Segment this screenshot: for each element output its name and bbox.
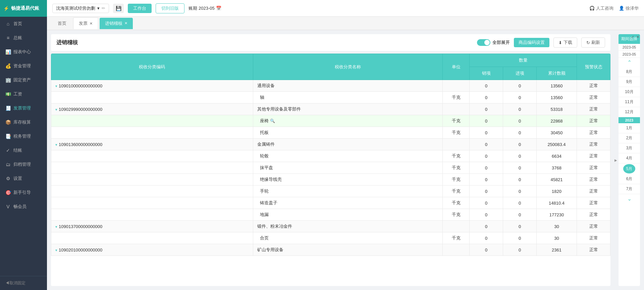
period-1[interactable]: 1月 xyxy=(619,123,640,133)
home-icon: ⌂ xyxy=(5,21,11,26)
tax-code-cell: ▾109013600000000000 xyxy=(51,139,253,150)
period-7[interactable]: 7月 xyxy=(619,184,640,194)
sidebar-item-inventory[interactable]: 📦 库存核算 xyxy=(0,115,47,129)
period-11[interactable]: 11月 xyxy=(619,97,640,107)
table-row: ▾109020100000000000 矿山专用设备 0 0 2361 正常 xyxy=(51,244,610,256)
tab-home[interactable]: 首页 xyxy=(52,18,72,29)
period-12[interactable]: 12月 xyxy=(619,107,640,117)
period-10[interactable]: 10月 xyxy=(619,87,640,97)
sidebar-item-settings[interactable]: ⚙ 设置 xyxy=(0,171,47,186)
period-down-nav[interactable]: ⌄ xyxy=(619,194,640,203)
refresh-label: 刷新 xyxy=(591,40,600,46)
period-2023-05-second[interactable]: 2023-05 xyxy=(619,51,640,58)
user-menu[interactable]: 👤 徐泽华 xyxy=(619,5,639,11)
download-button[interactable]: ⬇ 下载 xyxy=(553,38,577,48)
total-cell: 250083.4 xyxy=(537,139,577,150)
tab-reconciliation-close[interactable]: ✕ xyxy=(124,21,127,25)
expand-icon[interactable]: ▾ xyxy=(55,143,57,147)
support-button[interactable]: 🎧 人工咨询 xyxy=(589,5,613,11)
user-icon: 👤 xyxy=(619,6,624,11)
unpin-button[interactable]: ◀取消固定 xyxy=(0,276,47,290)
sidebar-label-assets: 固定资产 xyxy=(13,77,31,83)
purchase-cell: 0 xyxy=(503,162,537,174)
period-6[interactable]: 6月 xyxy=(619,174,640,184)
unit-cell xyxy=(443,244,470,256)
unit-cell: 千克 xyxy=(443,232,470,244)
sidebar-item-member[interactable]: V 畅会员 xyxy=(0,200,47,214)
sidebar-item-reports[interactable]: 📊 报表中心 xyxy=(0,45,47,59)
save-icon[interactable]: 💾 xyxy=(113,4,124,13)
total-cell: 30450 xyxy=(537,127,577,139)
warning-cell: 正常 xyxy=(577,244,610,256)
table-row: ▾109013600000000000 金属铸件 0 0 250083.4 正常 xyxy=(51,139,610,150)
sale-cell: 0 xyxy=(470,221,503,232)
purchase-cell: 0 xyxy=(503,103,537,115)
sidebar-label-settings: 设置 xyxy=(13,175,22,182)
table-row: 托板 千克 0 0 30450 正常 xyxy=(51,127,610,139)
workbench-button[interactable]: 工作台 xyxy=(128,4,152,13)
sidebar-item-ledger[interactable]: ≡ 总账 xyxy=(0,31,47,45)
period-3[interactable]: 3月 xyxy=(619,143,640,153)
panel-collapse-btn[interactable]: ▶ xyxy=(613,34,619,286)
tab-invoice-close[interactable]: ✕ xyxy=(90,21,93,26)
total-cell: 30 xyxy=(537,232,577,244)
tax-name-cell: 铸造盖子 xyxy=(253,197,442,209)
sidebar-label-archive: 归档管理 xyxy=(13,161,31,167)
tax-code-cell xyxy=(51,209,253,221)
tax-code-cell xyxy=(51,127,253,139)
title-bar: 进销稽核 全部展开 商品编码设置 ⬇ 下载 ↻ 刷新 xyxy=(51,34,610,51)
refresh-button[interactable]: ↻ 刷新 xyxy=(581,38,605,48)
calendar-icon[interactable]: 📅 xyxy=(216,6,221,11)
tax-code-cell: ▾109013700000000000 xyxy=(51,221,253,232)
unit-cell xyxy=(443,80,470,92)
unit-cell: 千克 xyxy=(443,127,470,139)
sidebar-item-close-accounts[interactable]: ✓ 结账 xyxy=(0,143,47,157)
period-5-active[interactable]: 5月 xyxy=(623,164,635,173)
title-actions: 全部展开 商品编码设置 ⬇ 下载 ↻ 刷新 xyxy=(477,38,605,48)
sidebar-item-home[interactable]: ⌂ 首页 xyxy=(0,17,47,31)
purchase-cell: 0 xyxy=(503,150,537,162)
sidebar-item-guide[interactable]: 🎯 新手引导 xyxy=(0,186,47,200)
sidebar-item-assets[interactable]: 🏢 固定资产 xyxy=(0,73,47,87)
edit-icon: ✏ xyxy=(102,6,105,11)
tab-reconciliation[interactable]: 进销稽核 ✕ xyxy=(100,18,133,29)
sidebar-label-reports: 报表中心 xyxy=(13,49,31,55)
period-4[interactable]: 4月 xyxy=(619,153,640,163)
sidebar-item-funds[interactable]: 💰 资金管理 xyxy=(0,59,47,73)
unit-cell: 千克 xyxy=(443,209,470,221)
period-8[interactable]: 8月 xyxy=(619,67,640,77)
expand-icon[interactable]: ▾ xyxy=(55,248,57,252)
period-9[interactable]: 9月 xyxy=(619,77,640,87)
expand-icon[interactable]: ▾ xyxy=(55,225,57,229)
period-label: 账期 xyxy=(189,5,197,11)
warning-cell: 正常 xyxy=(577,221,610,232)
expand-toggle[interactable]: 全部展开 xyxy=(477,39,510,46)
period-2[interactable]: 2月 xyxy=(619,133,640,143)
toggle-switch-control[interactable] xyxy=(477,39,490,46)
period-2023-05-top[interactable]: 2023-05 xyxy=(619,44,640,51)
unit-cell: 千克 xyxy=(443,92,470,103)
total-cell: 45821 xyxy=(537,174,577,186)
headset-icon: 🎧 xyxy=(589,6,595,11)
tab-invoice[interactable]: 发票 ✕ xyxy=(73,17,98,29)
expand-icon[interactable]: ▾ xyxy=(55,84,57,88)
sidebar-item-archive[interactable]: 🗂 归档管理 xyxy=(0,157,47,171)
expand-icon[interactable]: ▾ xyxy=(55,107,57,112)
product-code-button[interactable]: 商品编码设置 xyxy=(514,38,549,47)
tax-code-cell xyxy=(51,197,253,209)
invoice-icon: 🧾 xyxy=(5,105,11,111)
sidebar-item-tax[interactable]: 📑 税务管理 xyxy=(0,129,47,143)
panel-expand-button[interactable]: ⤢ xyxy=(631,35,634,39)
tab-home-label: 首页 xyxy=(58,20,66,26)
header-sale: 销项 xyxy=(470,67,503,80)
table-row: 地漏 千克 0 0 177230 正常 xyxy=(51,209,610,221)
toggle-label: 全部展开 xyxy=(492,40,510,46)
switch-old-button[interactable]: 切到旧版 xyxy=(156,3,184,13)
period-up-nav[interactable]: ⌃ xyxy=(619,58,640,67)
company-selector[interactable]: 沈海英测试经营勿删 ▾ ✏ xyxy=(52,4,109,13)
sidebar-item-salary[interactable]: 💵 工资 xyxy=(0,87,47,101)
download-label: 下载 xyxy=(564,40,572,46)
user-name: 徐泽华 xyxy=(626,5,639,11)
sidebar-item-invoice[interactable]: 🧾 发票管理 xyxy=(0,101,47,115)
panel-close-button[interactable]: ✕ xyxy=(636,35,639,39)
